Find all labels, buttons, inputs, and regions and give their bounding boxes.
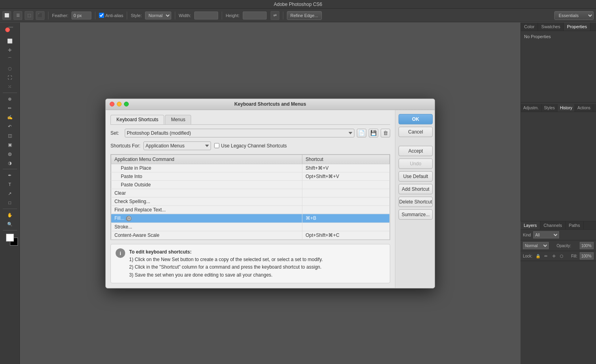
table-row[interactable]: Paste IntoOpt+Shift+⌘+V <box>111 172 390 180</box>
move-icon[interactable]: ✛ <box>551 253 557 259</box>
left-panel-collapse[interactable] <box>8 27 13 28</box>
cancel-button[interactable]: Cancel <box>399 126 433 137</box>
layers-tab-bar: Layers Channels Paths <box>521 221 596 230</box>
lock-icon[interactable]: 🔒 <box>535 253 541 259</box>
foreground-color[interactable] <box>6 234 14 242</box>
left-panel-close[interactable] <box>5 27 10 32</box>
lt-sep4 <box>3 230 17 230</box>
right-panel-tab-bar: Color Swatches Properties <box>521 23 596 31</box>
marquee-rect-btn[interactable]: ⬜ <box>6 37 14 45</box>
table-row[interactable]: Stroke... <box>111 223 390 231</box>
set-select[interactable]: Photoshop Defaults (modified) <box>125 128 354 137</box>
table-row[interactable]: Paste Outside <box>111 180 390 189</box>
dialog-body: Keyboard Shortcuts Menus Set: Photoshop … <box>106 110 435 288</box>
layers-tab-filler <box>584 221 596 229</box>
undo-button[interactable]: Undo <box>399 158 433 168</box>
save-set-btn[interactable]: 💾 <box>369 128 378 137</box>
quick-select-btn[interactable]: ◌ <box>6 64 14 73</box>
table-row[interactable]: Content-Aware ScaleOpt+Shift+⌘+C <box>111 231 390 239</box>
type-tool-btn[interactable]: T <box>6 180 14 189</box>
tab-color[interactable]: Color <box>521 23 538 31</box>
accept-button[interactable]: Accept <box>399 145 433 156</box>
eraser-btn[interactable]: ◫ <box>6 131 14 140</box>
mode-icon[interactable]: ☰ <box>14 11 22 20</box>
gradient-btn[interactable]: ▣ <box>6 140 14 149</box>
tab-actions[interactable]: Actions <box>575 104 593 112</box>
style-select[interactable]: Normal <box>145 12 171 19</box>
hand-tool-btn[interactable]: ✋ <box>6 211 14 219</box>
tab-menus[interactable]: Menus <box>165 114 191 124</box>
shield-icon[interactable]: ⬡ <box>559 253 565 259</box>
tab-swatches[interactable]: Swatches <box>538 23 564 31</box>
shortcut-cell: Opt+Shift+⌘+V <box>302 172 390 180</box>
table-row[interactable]: Fill...ⓘ⌘+B <box>111 214 390 223</box>
crop-tool-btn[interactable]: ⛶ <box>6 73 14 82</box>
table-row[interactable]: Paste in PlaceShift+⌘+V <box>111 164 390 172</box>
style-label: Style: <box>131 13 142 18</box>
shortcut-cell <box>302 189 390 197</box>
summarize-button[interactable]: Summarize... <box>399 209 433 219</box>
shape-tool-btn[interactable]: □ <box>6 198 14 207</box>
table-row[interactable]: Clear <box>111 189 390 197</box>
fill-input[interactable] <box>580 252 594 259</box>
legacy-checkbox[interactable] <box>214 143 219 148</box>
use-default-button[interactable]: Use Default <box>399 171 433 181</box>
legacy-checkbox-label[interactable]: Use Legacy Channel Shortcuts <box>214 143 286 148</box>
shortcut-cell <box>302 205 390 214</box>
pen-tool-btn[interactable]: ✒ <box>6 171 14 180</box>
tab-properties[interactable]: Properties <box>564 23 590 31</box>
dialog-close-btn[interactable] <box>110 102 114 106</box>
shortcuts-table-container[interactable]: Application Menu Command Shortcut Paste … <box>110 154 390 240</box>
ok-button[interactable]: OK <box>399 114 433 124</box>
table-row[interactable]: Find and Replace Text... <box>111 205 390 214</box>
eyedropper-btn[interactable]: ⁙ <box>6 82 14 91</box>
tool-icon3[interactable]: ⬛ <box>36 11 45 20</box>
width-input[interactable] <box>194 12 218 19</box>
refine-edge-button[interactable]: Refine Edge... <box>287 11 322 20</box>
tab-adjustm[interactable]: Adjustm. <box>521 104 542 112</box>
table-row[interactable]: Check Spelling... <box>111 197 390 205</box>
height-input[interactable] <box>243 12 267 19</box>
new-set-btn[interactable]: 📄 <box>357 128 366 137</box>
sep3 <box>127 12 127 19</box>
dialog-minimize-btn[interactable] <box>117 102 122 106</box>
delete-shortcut-button[interactable]: Delete Shortcut <box>399 196 433 207</box>
tab-history[interactable]: History <box>557 104 575 112</box>
tool-icon2[interactable]: ⬚ <box>25 11 33 20</box>
move-tool-btn[interactable]: ✛ <box>6 46 14 54</box>
shortcuts-for-select[interactable]: Application Menus <box>143 141 211 150</box>
dialog-overlay: Keyboard Shortcuts and Menus Keyboard Sh… <box>105 98 435 288</box>
tab-layers[interactable]: Layers <box>521 221 540 229</box>
zoom-tool-btn[interactable]: 🔍 <box>6 220 14 228</box>
lasso-tool-btn[interactable]: ⌒ <box>6 55 14 64</box>
tab-channels[interactable]: Channels <box>540 221 565 229</box>
delete-set-btn[interactable]: 🗑 <box>381 128 390 137</box>
shortcut-cell <box>302 180 390 189</box>
tab-styles[interactable]: Styles <box>542 104 557 112</box>
shortcut-cell: Opt+Shift+⌘+C <box>302 231 390 239</box>
anti-alias-checkbox[interactable] <box>99 13 104 18</box>
sep1 <box>48 12 48 19</box>
essentials-select[interactable]: Essentials <box>554 11 594 20</box>
brush-tool-btn[interactable]: ✏ <box>6 104 14 112</box>
anti-alias-label[interactable]: Anti-alias <box>99 13 123 18</box>
dodge-tool-btn[interactable]: ◑ <box>6 159 14 167</box>
actions-spacer <box>399 139 432 143</box>
marquee-tool-icon[interactable]: ⬜ <box>2 11 11 20</box>
clone-stamp-btn[interactable]: ✍ <box>6 113 14 122</box>
history-brush-btn[interactable]: ↶ <box>6 122 14 131</box>
feather-input[interactable] <box>72 12 91 19</box>
healing-brush-btn[interactable]: ⊕ <box>6 95 14 103</box>
layers-kind-select[interactable]: All <box>533 231 559 238</box>
brush-icon[interactable]: ✏ <box>543 253 549 259</box>
dialog-zoom-btn[interactable] <box>124 102 129 106</box>
blur-tool-btn[interactable]: ◍ <box>6 149 14 158</box>
layers-blend-mode-select[interactable]: Normal <box>523 242 549 249</box>
opacity-input[interactable] <box>580 242 594 249</box>
add-shortcut-button[interactable]: Add Shortcut <box>399 184 433 194</box>
tab-paths[interactable]: Paths <box>566 221 584 229</box>
dialog-title: Keyboard Shortcuts and Menus <box>234 101 306 107</box>
path-select-btn[interactable]: ↗ <box>6 189 14 198</box>
tab-keyboard-shortcuts[interactable]: Keyboard Shortcuts <box>110 114 164 124</box>
swap-icon[interactable]: ⇄ <box>271 11 279 20</box>
